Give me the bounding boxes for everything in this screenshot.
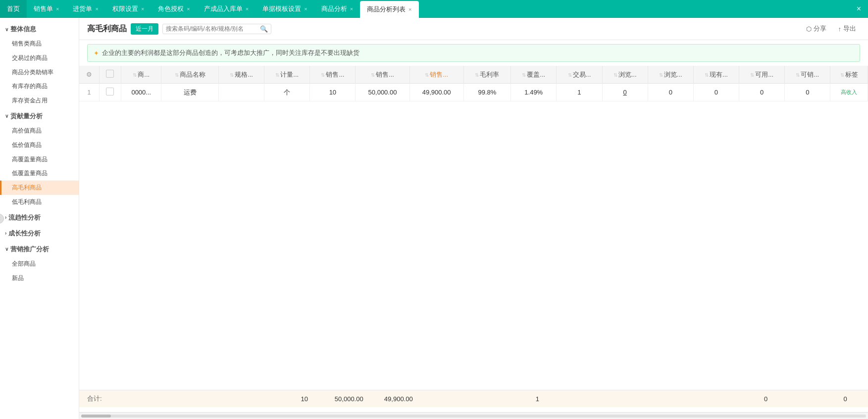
sidebar-item-all-goods[interactable]: 全部商品 xyxy=(0,257,79,271)
period-button[interactable]: 近一月 xyxy=(131,23,158,35)
scroll-track[interactable] xyxy=(81,415,866,418)
horizontal-scrollbar[interactable] xyxy=(79,412,868,419)
sidebar-item-low-margin[interactable]: 低毛利商品 xyxy=(0,195,79,209)
nav-role-auth[interactable]: 角色授权 × xyxy=(151,0,197,18)
page-title: 高毛利商品 xyxy=(87,24,127,34)
cell-sales1: 10 xyxy=(310,84,356,101)
cell-num: 1 xyxy=(79,84,99,101)
col-code[interactable]: ⇅商... xyxy=(121,66,161,84)
nav-product-analysis[interactable]: 商品分析 × xyxy=(314,0,360,18)
select-all-checkbox[interactable] xyxy=(106,70,114,78)
col-sales3[interactable]: ⇅销售... xyxy=(409,66,463,84)
sidebar-item-sales-goods[interactable]: 销售类商品 xyxy=(0,37,79,51)
nav-template-settings[interactable]: 单据模板设置 × xyxy=(255,0,314,18)
search-input[interactable] xyxy=(166,25,260,32)
cell-transaction: 1 xyxy=(557,84,602,101)
top-navigation: 首页 销售单 × 进货单 × 权限设置 × 角色授权 × 产成品入库单 × 单据… xyxy=(0,0,868,18)
col-transaction[interactable]: ⇅交易... xyxy=(557,66,602,84)
nav-home[interactable]: 首页 xyxy=(0,0,27,18)
col-browse2[interactable]: ⇅浏览... xyxy=(648,66,693,84)
sidebar-item-high-coverage[interactable]: 高覆盖量商品 xyxy=(0,152,79,167)
footer-transaction: 1 xyxy=(522,395,552,403)
cell-current-stock: 0 xyxy=(693,84,739,101)
sidebar-item-category-sales-rate[interactable]: 商品分类助销率 xyxy=(0,65,79,80)
table-row: 1 0000... 运费 个 10 50,000.00 49,900.00 99… xyxy=(79,84,868,101)
footer-sellable-stock: 0 xyxy=(830,395,860,403)
col-unit[interactable]: ⇅计量... xyxy=(264,66,310,84)
group-trend-arrow: › xyxy=(5,215,6,220)
close-product-warehouse-icon[interactable]: × xyxy=(246,0,249,18)
col-spec[interactable]: ⇅规格... xyxy=(218,66,264,84)
sidebar-item-traded-goods[interactable]: 交易过的商品 xyxy=(0,51,79,65)
sidebar: « ∨ 整体信息 销售类商品 交易过的商品 商品分类助销率 有库存的商品 库存资… xyxy=(0,18,79,419)
col-current-stock[interactable]: ⇅现有... xyxy=(693,66,739,84)
content-header: 高毛利商品 近一月 🔍 ⬡ 分享 ↑ 导出 xyxy=(79,18,868,40)
close-product-analysis-icon[interactable]: × xyxy=(350,0,353,18)
sidebar-group-growth[interactable]: › 成长性分析 xyxy=(0,225,79,241)
group-overall-arrow: ∨ xyxy=(5,27,8,32)
nav-product-warehouse[interactable]: 产成品入库单 × xyxy=(197,0,255,18)
col-sales1[interactable]: ⇅销售... xyxy=(310,66,356,84)
col-browse1[interactable]: ⇅浏览... xyxy=(602,66,648,84)
share-icon: ⬡ xyxy=(806,25,812,33)
col-tag[interactable]: ⇅标签 xyxy=(830,66,868,84)
footer-sales1: 10 xyxy=(285,395,324,403)
sidebar-item-low-value[interactable]: 低价值商品 xyxy=(0,138,79,152)
close-permission-icon[interactable]: × xyxy=(141,0,144,18)
col-margin-rate[interactable]: ⇅毛利率 xyxy=(463,66,511,84)
col-checkbox[interactable] xyxy=(99,66,121,84)
sidebar-item-high-margin[interactable]: 高毛利商品 xyxy=(0,181,79,195)
col-coverage[interactable]: ⇅覆盖... xyxy=(511,66,557,84)
settings-icon[interactable]: ⚙ xyxy=(86,71,92,78)
export-button[interactable]: ↑ 导出 xyxy=(834,23,861,35)
cell-name: 运费 xyxy=(161,84,219,101)
nav-sales-order[interactable]: 销售单 × xyxy=(27,0,66,18)
sidebar-item-new-goods[interactable]: 新品 xyxy=(0,271,79,285)
info-banner: ✦ 企业的主要的利润都是这部分商品创造的，可考虑加大推广，同时关注库存是不要出现… xyxy=(87,44,860,62)
cell-checkbox[interactable] xyxy=(99,84,121,101)
close-role-icon[interactable]: × xyxy=(187,0,190,18)
sidebar-item-low-coverage[interactable]: 低覆盖量商品 xyxy=(0,166,79,181)
content-area: 高毛利商品 近一月 🔍 ⬡ 分享 ↑ 导出 ✦ 企业的主要的利润都是这部分商品创… xyxy=(79,18,868,419)
col-sales2[interactable]: ⇅销售... xyxy=(356,66,409,84)
footer-bar: 合计: 10 50,000.00 49,900.00 1 0 0 xyxy=(79,390,868,407)
share-button[interactable]: ⬡ 分享 xyxy=(802,23,830,35)
cell-unit: 个 xyxy=(264,84,310,101)
sidebar-item-high-value[interactable]: 高价值商品 xyxy=(0,124,79,138)
footer-current-stock: 0 xyxy=(751,395,781,403)
main-layout: « ∨ 整体信息 销售类商品 交易过的商品 商品分类助销率 有库存的商品 库存资… xyxy=(0,18,868,419)
row-checkbox[interactable] xyxy=(106,88,114,95)
cell-available-stock: 0 xyxy=(739,84,785,101)
col-name[interactable]: ⇅商品名称 xyxy=(161,66,219,84)
sidebar-group-marketing[interactable]: ∨ 营销推广分析 xyxy=(0,241,79,257)
cell-browse2: 0 xyxy=(648,84,693,101)
search-box: 🔍 xyxy=(162,24,271,34)
group-marketing-arrow: ∨ xyxy=(5,246,8,252)
sidebar-item-in-stock-goods[interactable]: 有库存的商品 xyxy=(0,79,79,93)
footer-label: 合计: xyxy=(87,394,102,403)
sidebar-group-trend[interactable]: › 流趋性分析 xyxy=(0,209,79,225)
search-icon[interactable]: 🔍 xyxy=(260,25,268,33)
close-purchase-order-icon[interactable]: × xyxy=(95,0,98,18)
window-close-button[interactable]: × xyxy=(850,0,868,18)
col-available-stock[interactable]: ⇅可用... xyxy=(739,66,785,84)
footer-sales3: 49,900.00 xyxy=(374,395,423,403)
sidebar-item-inventory-capital[interactable]: 库存资金占用 xyxy=(0,93,79,108)
nav-permission-settings[interactable]: 权限设置 × xyxy=(105,0,151,18)
sidebar-group-overall[interactable]: ∨ 整体信息 xyxy=(0,21,79,37)
cell-code: 0000... xyxy=(121,84,161,101)
close-sales-order-icon[interactable]: × xyxy=(56,0,59,18)
close-template-icon[interactable]: × xyxy=(304,0,307,18)
table-container[interactable]: ⚙ ⇅商... ⇅商品名称 ⇅规格... ⇅计量... ⇅销售... ⇅销售..… xyxy=(79,66,868,399)
group-growth-arrow: › xyxy=(5,231,6,236)
cell-sales2: 50,000.00 xyxy=(356,84,409,101)
col-settings[interactable]: ⚙ xyxy=(79,66,99,84)
table-header-row: ⚙ ⇅商... ⇅商品名称 ⇅规格... ⇅计量... ⇅销售... ⇅销售..… xyxy=(79,66,868,84)
col-sellable-stock[interactable]: ⇅可销... xyxy=(785,66,830,84)
close-product-analysis-list-icon[interactable]: × xyxy=(408,1,411,18)
cell-browse1[interactable]: 0 xyxy=(602,84,648,101)
scroll-thumb[interactable] xyxy=(81,415,111,418)
sidebar-group-contribution[interactable]: ∨ 贡献量分析 xyxy=(0,108,79,124)
nav-purchase-order[interactable]: 进货单 × xyxy=(66,0,105,18)
nav-product-analysis-list[interactable]: 商品分析列表 × xyxy=(360,1,418,18)
